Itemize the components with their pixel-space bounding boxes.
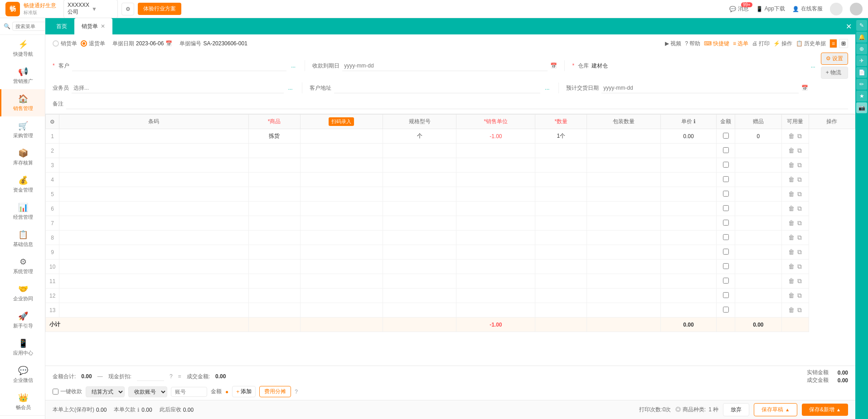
right-panel-btn-4[interactable]: 📄 [856,67,867,78]
delete-icon[interactable]: 🗑 [788,292,795,299]
cell-gift[interactable] [717,129,735,144]
gift-checkbox[interactable] [723,133,729,139]
cell-product[interactable] [248,202,300,216]
gift-checkbox[interactable] [723,307,729,313]
sidebar-item-inventory[interactable]: 📦库存核算 [0,144,45,171]
tab-close-icon[interactable]: ✕ [101,23,105,29]
cell-unit[interactable] [383,144,456,158]
cell-unit[interactable] [383,231,456,245]
cell-gift[interactable] [717,202,735,216]
cell-spec[interactable] [300,144,383,158]
trial-button[interactable]: 体验行业方案 [138,3,181,15]
sidebar-item-ops-mgmt[interactable]: 📊经营管理 [0,198,45,225]
cell-barcode[interactable] [59,216,248,231]
customer-input[interactable] [72,61,287,71]
radio-return[interactable]: 退货单 [81,40,105,48]
close-window-btn[interactable]: ✕ [846,22,852,31]
fee-help-icon[interactable]: ? [295,389,298,395]
cell-gift[interactable] [717,231,735,245]
cell-spec[interactable] [300,245,383,260]
cell-price[interactable] [587,289,660,303]
sidebar-item-member[interactable]: 👑畅会员 [0,388,45,415]
cell-price[interactable] [587,231,660,245]
cell-gift[interactable] [717,144,735,158]
avatar-2[interactable] [850,3,863,15]
cell-qty[interactable] [456,173,535,187]
delete-icon[interactable]: 🗑 [788,190,795,198]
copy-icon[interactable]: ⧉ [797,248,802,256]
gift-checkbox[interactable] [723,292,729,298]
th-scan[interactable]: 扫码录入 [300,115,383,129]
delete-icon[interactable]: 🗑 [788,234,795,241]
cell-pkg-qty[interactable] [535,303,587,318]
cell-price[interactable] [587,144,660,158]
cell-product[interactable] [248,187,300,202]
delete-icon[interactable]: 🗑 [788,176,795,183]
expected-date-calendar-icon[interactable]: 📅 [801,85,808,91]
sidebar-item-app-center[interactable]: 📱应用中心 [0,334,45,361]
cell-qty[interactable] [456,202,535,216]
cell-qty[interactable]: -1.00 [456,129,535,144]
cell-product[interactable] [248,216,300,231]
cell-amount[interactable] [660,158,716,173]
cell-spec[interactable] [300,158,383,173]
cell-price[interactable] [587,129,660,144]
expected-date-input[interactable] [601,83,799,93]
salesperson-ellipsis-btn[interactable]: ... [286,85,295,91]
cell-barcode[interactable] [59,173,248,187]
cell-spec[interactable] [300,289,383,303]
cell-product[interactable] [248,289,300,303]
copy-icon[interactable]: ⧉ [797,190,802,198]
right-panel-btn-3[interactable]: ✈ [856,55,867,66]
cell-unit[interactable] [383,202,456,216]
prev-debt-help[interactable]: ℹ [137,407,140,413]
cell-barcode[interactable] [59,245,248,260]
video-btn[interactable]: ▶ 视频 [665,40,681,48]
gift-checkbox[interactable] [723,191,729,197]
cell-barcode[interactable] [59,187,248,202]
gift-checkbox[interactable] [723,162,729,168]
cell-barcode[interactable] [59,202,248,216]
cell-price[interactable] [587,303,660,318]
cell-product[interactable] [248,173,300,187]
cell-qty[interactable] [456,274,535,289]
cell-qty[interactable] [456,303,535,318]
copy-icon[interactable]: ⧉ [797,277,802,285]
gift-checkbox[interactable] [723,176,729,182]
cell-gift[interactable] [717,274,735,289]
cell-gift[interactable] [717,260,735,274]
cell-pkg-qty[interactable] [535,289,587,303]
account-number-input[interactable] [171,387,207,397]
tab-sales-order[interactable]: 销货单 ✕ [74,18,112,34]
cell-spec[interactable] [300,173,383,187]
app-download-btn[interactable]: 📱 App下载 [756,5,785,13]
copy-icon[interactable]: ⧉ [797,219,802,227]
account-select[interactable]: 收款账号 [128,386,167,397]
cell-product[interactable] [248,303,300,318]
cell-spec[interactable] [300,129,383,144]
cell-product[interactable] [248,144,300,158]
cell-barcode[interactable] [59,144,248,158]
delete-icon[interactable]: 🗑 [788,132,795,140]
cell-amount[interactable] [660,303,716,318]
cell-spec[interactable] [300,202,383,216]
print-btn[interactable]: 🖨 打印 [752,40,770,48]
copy-icon[interactable]: ⧉ [797,147,802,154]
one-click-label[interactable]: 一键收款 [53,388,82,395]
cell-pkg-qty[interactable] [535,144,587,158]
copy-icon[interactable]: ⧉ [797,205,802,212]
copy-icon[interactable]: ⧉ [797,132,802,140]
operate-btn[interactable]: ⚡ 操作 [773,40,792,48]
cell-gift[interactable] [717,187,735,202]
cell-spec[interactable] [300,260,383,274]
due-date-calendar-icon[interactable]: 📅 [550,63,557,69]
customer-ellipsis-btn[interactable]: ... [289,63,297,69]
gift-checkbox[interactable] [723,205,729,211]
cell-qty[interactable] [456,216,535,231]
cell-price[interactable] [587,173,660,187]
cell-amount[interactable] [660,202,716,216]
cell-price[interactable] [587,245,660,260]
search-input[interactable] [12,22,45,31]
cell-qty[interactable] [456,158,535,173]
cell-amount[interactable] [660,274,716,289]
